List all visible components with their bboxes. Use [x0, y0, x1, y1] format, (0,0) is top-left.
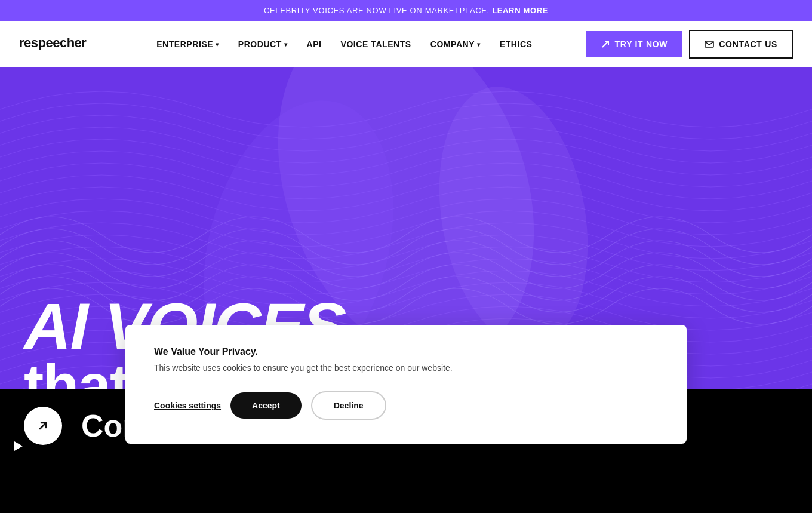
- logo-svg: respeecher: [19, 34, 103, 51]
- svg-rect-1: [705, 41, 713, 47]
- cookie-buttons: Cookies settings Accept Decline: [154, 391, 658, 420]
- svg-text:respeecher: respeecher: [19, 35, 87, 50]
- announcement-link[interactable]: LEARN MORE: [492, 6, 548, 15]
- chevron-down-icon: ▾: [216, 41, 219, 48]
- mail-icon: [705, 39, 714, 49]
- external-link-icon: [601, 39, 610, 49]
- navbar: respeecher ENTERPRISE ▾ PRODUCT ▾ API VO…: [0, 21, 812, 67]
- cookie-consent-dialog: We Value Your Privacy. This website uses…: [125, 325, 687, 444]
- nav-item-ethics[interactable]: ETHICS: [493, 35, 540, 54]
- nav-item-company[interactable]: COMPANY ▾: [423, 35, 488, 54]
- chevron-down-icon: ▾: [477, 41, 481, 48]
- logo[interactable]: respeecher: [19, 34, 103, 54]
- arrow-button[interactable]: [24, 407, 62, 445]
- hero-section: AI VOICES that transform real Conte We V…: [0, 67, 812, 462]
- nav-links: ENTERPRISE ▾ PRODUCT ▾ API VOICE TALENTS…: [149, 35, 539, 54]
- contact-us-button[interactable]: CONTACT US: [689, 30, 793, 59]
- cookie-description: This website uses cookies to ensure you …: [154, 362, 658, 374]
- nav-buttons: TRY IT NOW CONTACT US: [586, 30, 793, 59]
- nav-item-api[interactable]: API: [299, 35, 328, 54]
- play-icon: [12, 440, 24, 452]
- accept-button[interactable]: Accept: [230, 392, 302, 419]
- decline-button[interactable]: Decline: [311, 391, 386, 420]
- svg-marker-6: [14, 441, 23, 451]
- try-it-now-button[interactable]: TRY IT NOW: [586, 31, 682, 57]
- arrow-up-right-icon: [36, 419, 50, 433]
- cookies-settings-button[interactable]: Cookies settings: [154, 401, 221, 410]
- nav-item-product[interactable]: PRODUCT ▾: [231, 35, 295, 54]
- nav-item-enterprise[interactable]: ENTERPRISE ▾: [149, 35, 226, 54]
- nav-item-voice-talents[interactable]: VOICE TALENTS: [334, 35, 419, 54]
- announcement-bar: CELEBRITY VOICES ARE NOW LIVE ON MARKETP…: [0, 0, 812, 21]
- chevron-down-icon: ▾: [284, 41, 288, 48]
- announcement-text: CELEBRITY VOICES ARE NOW LIVE ON MARKETP…: [264, 6, 490, 15]
- cookie-title: We Value Your Privacy.: [154, 346, 658, 357]
- play-button[interactable]: [12, 440, 24, 454]
